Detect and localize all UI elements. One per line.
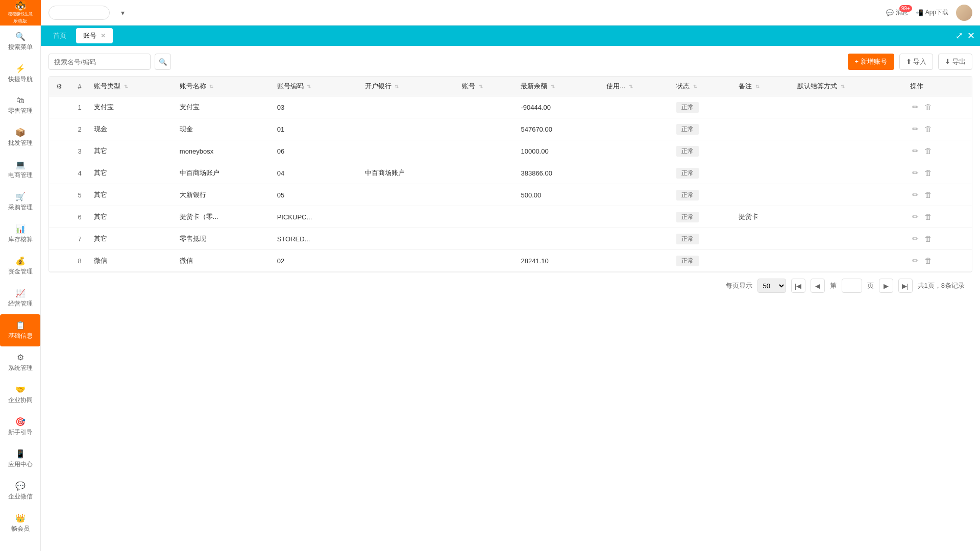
app-download-button[interactable]: 📲 App下载 [916,8,948,17]
delete-button-7[interactable]: 🗑 [922,255,934,266]
delete-button-4[interactable]: 🗑 [922,189,934,200]
table-row: 8 微信 微信 02 28241.10 正常 ✏ 🗑 [49,250,972,272]
row-settlement-7 [793,250,906,272]
page-content: 🔍 + 新增账号 ⬆ 导入 ⬇ 导出 ⚙ # 账号类型 ⇅ [41,46,980,551]
ecommerce-icon: 💻 [15,160,26,169]
tab-account-close[interactable]: ✕ [101,32,106,39]
col-bank-sort: ⇅ [395,84,399,89]
delete-button-1[interactable]: 🗑 [922,123,934,134]
per-page-select[interactable]: 50 100 200 [757,279,786,293]
sidebar-item-basic-info[interactable]: 📋 基础信息 [0,314,40,346]
delete-button-5[interactable]: 🗑 [922,211,934,222]
edit-button-1[interactable]: ✏ [910,123,921,135]
sidebar-item-app-center[interactable]: 📱 应用中心 [0,443,40,475]
edit-button-0[interactable]: ✏ [910,102,921,113]
sidebar-item-wholesale-label: 批发管理 [8,139,33,147]
delete-button-3[interactable]: 🗑 [922,167,934,178]
sidebar-item-enterprise-wechat[interactable]: 💬 企业微信 [0,475,40,507]
delete-button-6[interactable]: 🗑 [922,233,934,244]
table-search-button[interactable]: 🔍 [155,54,171,70]
tab-close-all-icon[interactable]: ✕ [967,30,975,41]
sidebar-item-finance[interactable]: 💰 资金管理 [0,250,40,282]
page-number-input[interactable]: 1 [842,279,862,293]
prev-page-button[interactable]: ◀ [811,279,825,293]
table-search-input[interactable] [48,54,151,70]
edit-button-7[interactable]: ✏ [910,255,921,266]
sidebar-item-quick-nav[interactable]: ⚡ 快捷导航 [0,58,40,90]
row-balance-7: 28241.10 [517,250,602,272]
row-usage-4 [602,184,672,206]
row-action-2: ✏ 🗑 [906,140,972,162]
header-dropdown-button[interactable]: ▾ [115,6,130,20]
tab-account[interactable]: 账号 ✕ [76,28,113,43]
export-button[interactable]: ⬇ 导出 [938,54,972,70]
sidebar-item-ecommerce[interactable]: 💻 电商管理 [0,154,40,186]
edit-button-2[interactable]: ✏ [910,145,921,157]
col-code[interactable]: 账号编码 ⇅ [273,77,361,96]
add-account-button[interactable]: + 新增账号 [848,54,894,70]
header-search-input[interactable] [48,6,110,20]
sidebar-item-retail[interactable]: 🛍 零售管理 [0,90,40,121]
enterprise-agreement-icon: 🤝 [15,385,26,394]
sidebar-item-inventory[interactable]: 📊 库存核算 [0,218,40,250]
tab-home[interactable]: 首页 [46,28,74,43]
delete-button-0[interactable]: 🗑 [922,102,934,112]
tab-bar: 首页 账号 ✕ ⤢ ✕ [41,26,980,46]
row-code-1: 01 [273,118,361,140]
sidebar-item-app-center-label: 应用中心 [8,460,33,469]
row-account-3 [458,162,517,184]
col-settlement[interactable]: 默认结算方式 ⇅ [793,77,906,96]
message-button[interactable]: 💬 消息 99+ [886,8,908,17]
tab-expand-icon[interactable]: ⤢ [955,30,963,41]
col-balance-sort: ⇅ [551,84,555,89]
table-row: 5 其它 大新银行 05 500.00 正常 ✏ 🗑 [49,184,972,206]
col-type[interactable]: 账号类型 ⇅ [90,77,176,96]
col-name[interactable]: 账号名称 ⇅ [176,77,273,96]
edit-button-3[interactable]: ✏ [910,167,921,179]
import-button[interactable]: ⬆ 导入 [899,54,934,70]
inventory-icon: 📊 [15,224,26,234]
col-settlement-sort: ⇅ [841,84,845,89]
sidebar-item-operation[interactable]: 📈 经营管理 [0,282,40,314]
row-type-7: 微信 [90,250,176,272]
col-status[interactable]: 状态 ⇅ [672,77,734,96]
col-balance[interactable]: 最新余额 ⇅ [517,77,602,96]
edit-button-6[interactable]: ✏ [910,233,921,244]
delete-button-2[interactable]: 🗑 [922,145,934,156]
row-type-4: 其它 [90,184,176,206]
page-suffix-label: 页 [867,281,874,290]
row-type-6: 其它 [90,228,176,250]
row-status-5: 正常 [672,206,734,228]
row-code-5: PICKUPC... [273,206,361,228]
col-usage[interactable]: 使用... ⇅ [602,77,672,96]
row-action-0: ✏ 🗑 [906,96,972,118]
col-bank-label: 开户银行 [365,82,391,90]
page-toolbar: 🔍 + 新增账号 ⬆ 导入 ⬇ 导出 [48,54,972,70]
tab-home-label: 首页 [53,31,66,40]
message-icon: 💬 [886,9,894,16]
user-avatar[interactable] [956,5,972,21]
sidebar-item-purchase[interactable]: 🛒 采购管理 [0,186,40,218]
sidebar-item-wholesale[interactable]: 📦 批发管理 [0,121,40,154]
sidebar-item-system[interactable]: ⚙ 系统管理 [0,346,40,379]
row-account-0 [458,96,517,118]
first-page-button[interactable]: |◀ [791,279,805,293]
sidebar-item-member[interactable]: 👑 畅会员 [0,507,40,539]
sidebar-item-beginner-guide[interactable]: 🎯 新手引导 [0,411,40,443]
basic-info-icon: 📋 [15,320,26,330]
edit-button-4[interactable]: ✏ [910,189,921,201]
sidebar-item-enterprise-agreement[interactable]: 🤝 企业协同 [0,379,40,411]
col-remark[interactable]: 备注 ⇅ [734,77,793,96]
col-bank[interactable]: 开户银行 ⇅ [361,77,458,96]
member-icon: 👑 [15,513,26,523]
col-account[interactable]: 账号 ⇅ [458,77,517,96]
col-settings[interactable]: ⚙ [49,77,69,96]
sidebar-item-search[interactable]: 🔍 搜索菜单 [0,26,40,58]
row-code-3: 04 [273,162,361,184]
next-page-button[interactable]: ▶ [879,279,893,293]
row-bank-6 [361,228,458,250]
row-status-7: 正常 [672,250,734,272]
last-page-button[interactable]: ▶| [898,279,913,293]
edit-button-5[interactable]: ✏ [910,211,921,222]
row-code-0: 03 [273,96,361,118]
